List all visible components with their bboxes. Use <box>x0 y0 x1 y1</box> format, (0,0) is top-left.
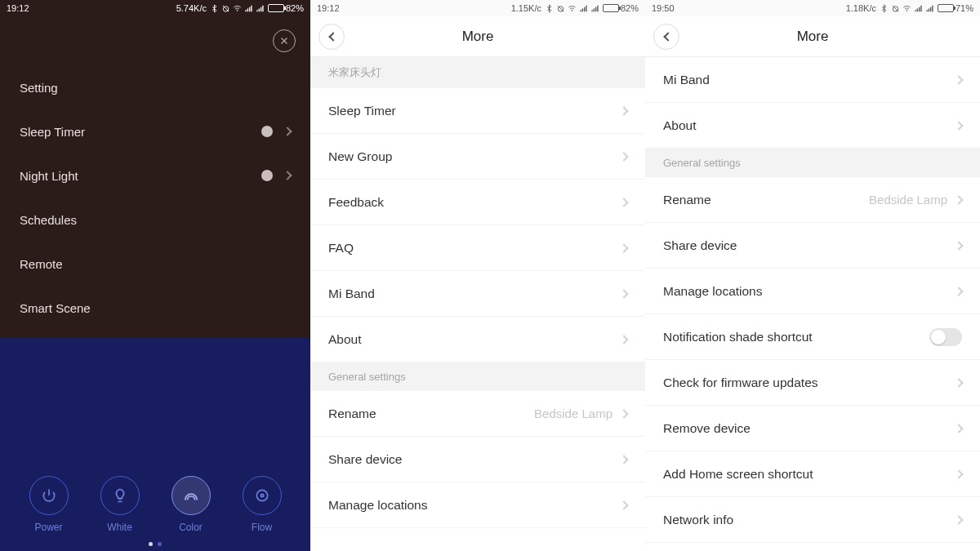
row-home-shortcut[interactable]: Add Home screen shortcut <box>645 451 980 497</box>
row-mi-band[interactable]: Mi Band <box>310 271 645 317</box>
close-button[interactable] <box>273 29 296 52</box>
row-faq[interactable]: FAQ <box>310 225 645 271</box>
wifi-icon <box>233 4 242 13</box>
back-button[interactable] <box>318 24 345 50</box>
navbar: More <box>310 16 645 57</box>
row-label: New Group <box>328 149 392 164</box>
menu-schedules[interactable]: Schedules <box>0 198 310 242</box>
battery-indicator: 71% <box>938 3 973 13</box>
row-rename[interactable]: RenameBedside Lamp <box>645 177 980 223</box>
row-notification-shortcut[interactable]: Notification shade shortcut <box>645 314 980 360</box>
row-label: Share device <box>663 238 737 253</box>
menu-setting[interactable]: Setting <box>0 65 310 109</box>
settings-list: 米家床头灯 Sleep Timer New Group Feedback FAQ… <box>310 57 645 551</box>
row-network-info[interactable]: Network info <box>645 497 980 543</box>
row-share-device[interactable]: Share device <box>645 223 980 269</box>
row-value: Bedside Lamp <box>869 193 947 207</box>
row-about[interactable]: About <box>310 317 645 362</box>
chevron-left-icon <box>663 32 672 41</box>
row-label: Notification shade shortcut <box>663 330 813 344</box>
chevron-right-icon <box>619 152 628 161</box>
menu-remote[interactable]: Remote <box>0 242 310 286</box>
status-net-speed: 5.74K/c <box>176 3 207 13</box>
dock-label: Color <box>179 522 203 533</box>
chevron-right-icon <box>619 289 628 298</box>
chevron-right-icon <box>954 241 963 250</box>
chevron-right-icon <box>619 455 628 464</box>
status-icons <box>545 4 599 13</box>
svg-point-5 <box>572 10 572 11</box>
row-label: About <box>663 118 697 133</box>
signal-icon-2 <box>256 4 265 13</box>
row-mi-band[interactable]: Mi Band <box>645 57 980 103</box>
chevron-right-icon <box>619 243 628 252</box>
page-title: More <box>797 29 829 45</box>
row-about[interactable]: About <box>645 103 980 149</box>
dock-label: Flow <box>252 522 272 533</box>
power-icon <box>41 487 57 504</box>
row-label: Manage locations <box>663 284 763 299</box>
row-manage-locations[interactable]: Manage locations <box>645 269 980 314</box>
row-manage-locations[interactable]: Manage locations <box>310 482 645 528</box>
row-label: Network info <box>663 513 733 527</box>
section-header-general: General settings <box>310 362 645 391</box>
signal-icon <box>244 4 253 13</box>
row-share-device[interactable]: Share device <box>310 437 645 482</box>
toggle-switch[interactable] <box>929 328 962 346</box>
menu-sleep-timer[interactable]: Sleep Timer <box>0 109 310 153</box>
status-time: 19:12 <box>317 3 340 13</box>
row-label: Remove device <box>663 421 751 436</box>
dock-flow[interactable]: Flow <box>243 476 282 533</box>
chevron-right-icon <box>619 335 628 344</box>
dock-white[interactable]: White <box>100 476 140 533</box>
row-feedback[interactable]: Feedback <box>310 180 645 225</box>
settings-list: Mi Band About General settings RenameBed… <box>645 57 980 551</box>
chevron-right-icon <box>283 171 292 180</box>
row-label: Sleep Timer <box>328 104 396 118</box>
menu-label: Night Light <box>20 169 78 183</box>
dock-power[interactable]: Power <box>29 476 69 533</box>
row-label: Add Home screen shortcut <box>663 467 813 482</box>
chevron-right-icon <box>954 121 963 130</box>
chevron-right-icon <box>619 106 628 115</box>
section-header-device: 米家床头灯 <box>310 57 645 88</box>
chevron-right-icon <box>283 127 292 136</box>
mode-dock: Power White Color Flow <box>0 476 310 533</box>
toggle-indicator[interactable] <box>261 170 273 181</box>
status-time: 19:12 <box>7 3 29 13</box>
row-remove-device[interactable]: Remove device <box>645 406 980 451</box>
bulb-icon <box>112 487 128 504</box>
svg-point-7 <box>906 10 907 11</box>
bluetooth-icon <box>545 4 554 13</box>
bluetooth-icon <box>210 4 219 13</box>
chevron-right-icon <box>954 287 963 295</box>
row-label: Share device <box>328 452 402 467</box>
chevron-right-icon <box>954 424 963 433</box>
chevron-right-icon <box>954 378 963 387</box>
row-rename[interactable]: RenameBedside Lamp <box>310 391 645 437</box>
chevron-right-icon <box>619 409 628 418</box>
rainbow-icon <box>182 487 200 504</box>
svg-point-2 <box>256 490 267 500</box>
settings-menu: Setting Sleep Timer Night Light Schedule… <box>0 65 310 330</box>
menu-smart-scene[interactable]: Smart Scene <box>0 286 310 330</box>
row-new-group[interactable]: New Group <box>310 134 645 180</box>
dock-color[interactable]: Color <box>172 476 211 533</box>
status-icons <box>880 4 934 13</box>
status-bar: 19:12 5.74K/c 82% <box>0 0 310 16</box>
status-bar: 19:50 1.18K/c 71% <box>645 0 980 16</box>
section-header-general: General settings <box>645 149 980 177</box>
row-label: Mi Band <box>328 287 375 301</box>
row-label: Rename <box>663 193 711 207</box>
dock-label: Power <box>34 522 62 533</box>
status-bar: 19:12 1.15K/c 82% <box>310 0 645 16</box>
back-button[interactable] <box>653 24 679 50</box>
wifi-icon <box>902 4 911 13</box>
signal-icon-2 <box>925 4 934 13</box>
svg-point-3 <box>261 494 263 496</box>
row-label: Feedback <box>328 195 384 210</box>
toggle-indicator[interactable] <box>261 126 273 137</box>
menu-night-light[interactable]: Night Light <box>0 153 310 198</box>
row-sleep-timer[interactable]: Sleep Timer <box>310 88 645 134</box>
row-firmware-updates[interactable]: Check for firmware updates <box>645 360 980 406</box>
